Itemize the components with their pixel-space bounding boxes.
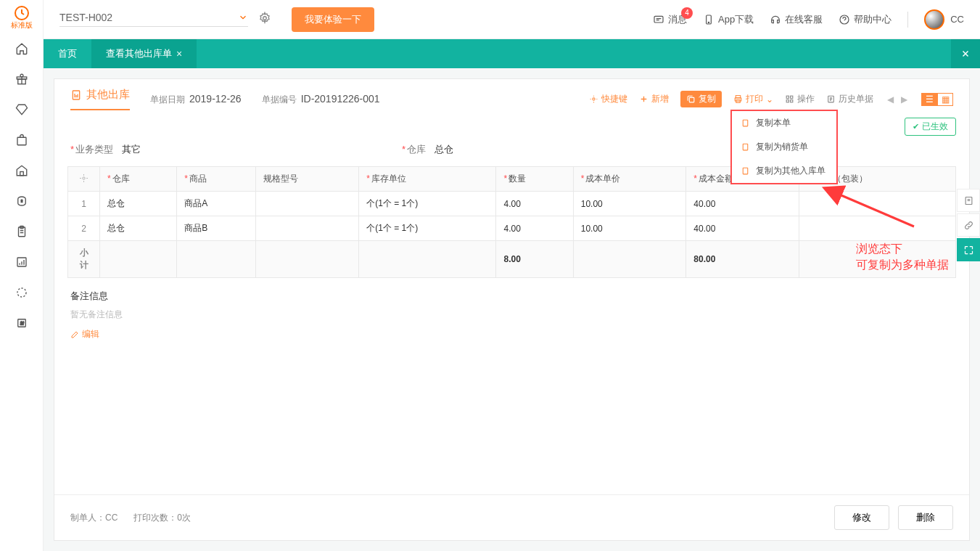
brand-logo: 标准版	[9, 4, 35, 30]
svg-rect-23	[791, 96, 793, 98]
card-header: 其他出库 单据日期2019-12-26 单据编号ID-20191226-001 …	[54, 79, 969, 110]
chevron-down-icon	[238, 12, 248, 23]
doc-id: 单据编号ID-20191226-001	[262, 93, 380, 106]
svg-rect-4	[20, 172, 23, 176]
nav-clipboard-icon[interactable]	[7, 219, 36, 244]
col-settings[interactable]	[68, 167, 100, 192]
view-grid[interactable]: ▦	[937, 93, 953, 106]
copy-dropdown: 复制本单 复制为销货单 复制为其他入库单	[730, 110, 838, 184]
biz-type-value: 其它	[122, 143, 141, 156]
top-header: TEST-H002 我要体验一下 消息 4 App下载 在线客服	[44, 0, 980, 39]
svg-rect-22	[786, 96, 788, 98]
print-count-info: 打印次数：0次	[133, 512, 191, 524]
nav-report-icon[interactable]	[7, 250, 36, 274]
delete-button[interactable]: 删除	[898, 505, 953, 530]
col-unit: *库存单位	[359, 167, 496, 192]
col-qty: *数量	[496, 167, 573, 192]
warehouse-field: *仓库 总仓	[402, 143, 453, 156]
phone-icon	[703, 14, 715, 25]
message-icon	[653, 14, 664, 25]
creator-info: 制单人：CC	[70, 512, 118, 524]
help-button[interactable]: 帮助中心	[839, 13, 892, 26]
card-footer: 制单人：CC 打印次数：0次 修改 删除	[54, 494, 969, 540]
settings-icon[interactable]	[258, 12, 271, 27]
tabs-bar: 首页 查看其他出库单 ×	[44, 39, 980, 68]
copy-button[interactable]: 复制	[680, 91, 722, 107]
nav-money-icon[interactable]	[7, 189, 36, 213]
svg-rect-24	[786, 100, 788, 102]
status-badge: 已生效	[905, 118, 956, 136]
messages-button[interactable]: 消息 4	[653, 13, 687, 26]
copy-as-inbound[interactable]: 复制为其他入库单	[732, 159, 836, 183]
doc-title: 其他出库	[70, 88, 130, 110]
col-warehouse: *仓库	[100, 167, 177, 192]
messages-badge: 4	[681, 7, 693, 19]
document-card: 其他出库 单据日期2019-12-26 单据编号ID-20191226-001 …	[54, 78, 970, 541]
svg-point-30	[83, 176, 85, 179]
tab-active[interactable]: 查看其他出库单 ×	[91, 39, 197, 68]
support-label: 在线客服	[785, 13, 823, 26]
tab-close-icon[interactable]: ×	[176, 48, 182, 60]
support-button[interactable]: 在线客服	[770, 13, 823, 26]
modify-button[interactable]: 修改	[834, 505, 889, 530]
help-label: 帮助中心	[854, 13, 892, 26]
nav-warehouse-icon[interactable]	[7, 158, 36, 183]
shortcut-button[interactable]: 快捷键	[589, 93, 627, 105]
new-button[interactable]: 新增	[639, 93, 669, 105]
table-row[interactable]: 1总仓商品A个(1个 = 1个)4.0010.0040.00	[68, 192, 956, 216]
svg-rect-12	[654, 16, 663, 23]
remarks-title: 备注信息	[70, 290, 953, 303]
copy-as-sales[interactable]: 复制为销货单	[732, 135, 836, 159]
close-all-tabs[interactable]	[951, 39, 980, 68]
svg-rect-3	[17, 137, 26, 145]
svg-rect-25	[791, 100, 793, 102]
user-menu[interactable]: CC	[924, 9, 964, 30]
nav-diamond-icon[interactable]	[7, 97, 36, 122]
card-toolbar: 快捷键 新增 复制 打印 ⌄ 操作 历史单据 ◀ ▶ ☰ ▦	[589, 91, 953, 107]
print-button[interactable]: 打印 ⌄	[733, 93, 773, 105]
doc-icon	[70, 89, 82, 101]
svg-point-11	[263, 17, 267, 20]
svg-rect-18	[689, 97, 694, 102]
svg-point-8	[17, 288, 26, 297]
view-toggle: ☰ ▦	[921, 93, 953, 106]
user-label: CC	[950, 14, 964, 25]
svg-rect-27	[743, 120, 748, 126]
svg-point-14	[708, 22, 709, 23]
nav-refresh-icon[interactable]	[7, 280, 36, 305]
copy-this-doc[interactable]: 复制本单	[732, 111, 836, 135]
actions-button[interactable]: 操作	[785, 93, 815, 105]
nav-home-icon[interactable]	[7, 36, 36, 61]
rail-note-icon[interactable]	[957, 189, 980, 212]
warehouse-value: 总仓	[435, 143, 453, 156]
help-icon	[839, 14, 850, 25]
prev-record[interactable]: ◀	[885, 94, 896, 105]
col-cost: *成本单价	[573, 167, 686, 192]
svg-rect-28	[743, 144, 748, 150]
history-button[interactable]: 历史单据	[826, 93, 873, 105]
rail-expand-icon[interactable]	[957, 238, 980, 261]
trial-button[interactable]: 我要体验一下	[292, 7, 374, 32]
table-row[interactable]: 2总仓商品B个(1个 = 1个)4.0010.0040.00	[68, 216, 956, 241]
nav-gift-icon[interactable]	[7, 67, 36, 91]
col-spec: 规格型号	[256, 167, 359, 192]
brand-label: 标准版	[11, 20, 33, 30]
nav-new-icon[interactable]: 新	[7, 311, 36, 335]
record-pager: ◀ ▶	[885, 94, 910, 105]
rail-link-icon[interactable]	[957, 213, 980, 237]
biz-type-field: *业务类型 其它	[70, 143, 141, 156]
col-product: *商品	[177, 167, 256, 192]
remarks-empty: 暂无备注信息	[70, 309, 953, 321]
svg-point-15	[840, 15, 849, 24]
company-selector[interactable]: TEST-H002	[59, 12, 248, 27]
nav-bag-icon[interactable]	[7, 128, 36, 152]
view-list[interactable]: ☰	[921, 93, 937, 106]
next-record[interactable]: ▶	[899, 94, 910, 105]
doc-date: 单据日期2019-12-26	[150, 93, 242, 106]
tab-home[interactable]: 首页	[44, 39, 91, 68]
svg-point-17	[593, 98, 595, 100]
app-download-button[interactable]: App下载	[703, 13, 754, 26]
content-area: 其他出库 单据日期2019-12-26 单据编号ID-20191226-001 …	[44, 68, 980, 551]
company-name: TEST-H002	[59, 12, 112, 23]
edit-remarks-button[interactable]: 编辑	[70, 328, 953, 340]
